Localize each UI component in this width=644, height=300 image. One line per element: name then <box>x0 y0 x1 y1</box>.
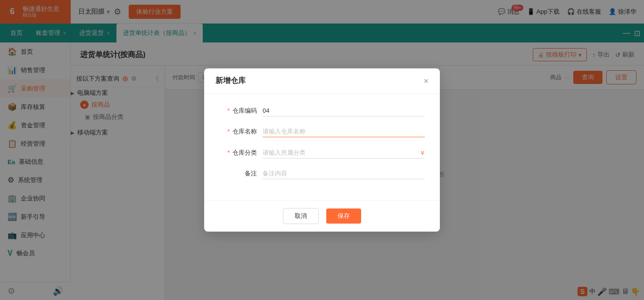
remark-label: 备注 <box>219 169 257 178</box>
category-input[interactable] <box>263 149 420 156</box>
new-warehouse-modal: 新增仓库 × * 仓库编码 * 仓库名称 <box>204 68 440 232</box>
code-label: * 仓库编码 <box>219 107 257 115</box>
modal-overlay[interactable]: 新增仓库 × * 仓库编码 * 仓库名称 <box>0 0 644 300</box>
remark-input[interactable] <box>263 168 425 179</box>
modal-body: * 仓库编码 * 仓库名称 * 仓库分类 <box>204 94 440 200</box>
warehouse-name-input[interactable] <box>263 126 425 137</box>
save-button[interactable]: 保存 <box>326 208 361 224</box>
cancel-button[interactable]: 取消 <box>283 208 319 224</box>
modal-header: 新增仓库 × <box>204 68 440 94</box>
category-dropdown-arrow[interactable]: ∨ <box>420 149 425 156</box>
form-row-remark: 备注 <box>219 168 425 179</box>
form-row-code: * 仓库编码 <box>219 105 425 117</box>
modal-title: 新增仓库 <box>215 76 246 86</box>
name-label: * 仓库名称 <box>219 127 257 136</box>
modal-close-button[interactable]: × <box>423 77 429 85</box>
warehouse-code-input[interactable] <box>263 105 425 117</box>
category-select-wrap[interactable]: ∨ <box>263 147 425 158</box>
modal-footer: 取消 保存 <box>204 200 440 232</box>
form-row-name: * 仓库名称 <box>219 126 425 137</box>
form-row-category: * 仓库分类 ∨ <box>219 147 425 158</box>
category-label: * 仓库分类 <box>219 149 257 157</box>
